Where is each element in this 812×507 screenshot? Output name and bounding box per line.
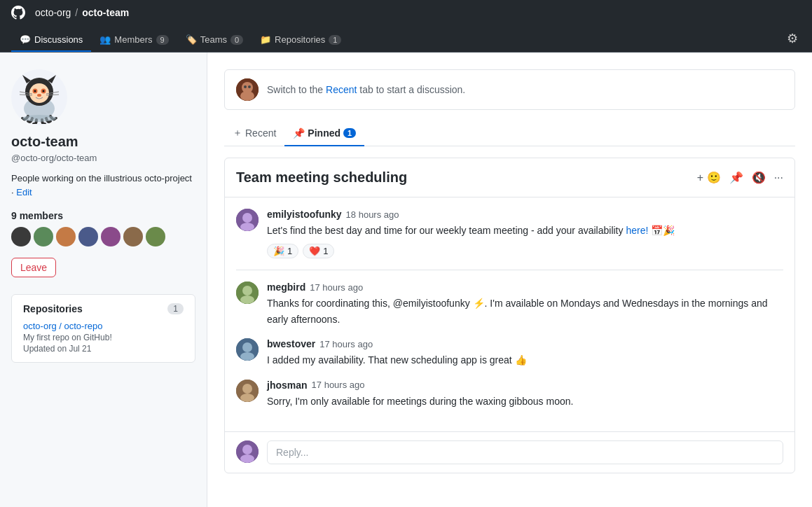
- settings-icon[interactable]: ⚙: [784, 25, 801, 52]
- reply-avatar: [236, 440, 259, 463]
- divider: [236, 270, 783, 270]
- more-options-button[interactable]: ···: [774, 172, 783, 184]
- tab-teams[interactable]: 🏷️ Teams 0: [177, 29, 252, 52]
- svg-point-22: [240, 223, 254, 231]
- comment-1-author: megbird: [267, 282, 305, 293]
- reaction-party[interactable]: 🎉 1: [267, 244, 298, 258]
- svg-point-4: [29, 83, 49, 103]
- discussion-actions: + 🙂 📌 🔇 ···: [697, 171, 783, 184]
- content-area: Switch to the Recent tab to start a disc…: [207, 53, 812, 507]
- sidebar: octo-team @octo-org/octo-team People wor…: [0, 53, 207, 507]
- top-nav: octo-org / octo-team: [0, 0, 812, 25]
- info-banner: Switch to the Recent tab to start a disc…: [224, 69, 795, 110]
- comment-1-time: 17 hours ago: [310, 282, 363, 293]
- tab-discussions-label: Discussions: [34, 34, 83, 45]
- svg-point-8: [43, 90, 45, 92]
- reaction-heart[interactable]: ❤️ 1: [303, 244, 334, 258]
- tab-repositories[interactable]: 📁 Repositories 1: [252, 29, 350, 52]
- team-description: People working on the illustrious octo-p…: [11, 172, 195, 199]
- svg-point-21: [242, 213, 252, 223]
- member-avatar-4[interactable]: [78, 227, 98, 246]
- repositories-icon: 📁: [260, 34, 271, 45]
- tab-bar: 💬 Discussions 👥 Members 9 🏷️ Teams 0 📁 R…: [0, 25, 812, 53]
- discussion-title: Team meeting scheduling: [236, 169, 407, 186]
- repo-link[interactable]: octo-org / octo-repo: [23, 321, 102, 331]
- member-avatars: [11, 227, 195, 246]
- post-author: emilyistoofunky: [267, 209, 342, 220]
- original-post: emilyistoofunky 18 hours ago Let's find …: [236, 209, 783, 258]
- repo-updated: Updated on Jul 21: [23, 344, 184, 354]
- mute-button[interactable]: 🔇: [752, 171, 766, 184]
- svg-point-25: [240, 296, 254, 304]
- repos-card-title: Repositories: [23, 303, 83, 314]
- comment-2-text: I added my availability. That new schedu…: [267, 352, 527, 368]
- comment-3: jhosman 17 hours ago Sorry, I'm only ava…: [236, 380, 783, 409]
- post-text: Let's find the best day and time for our…: [267, 223, 675, 238]
- tab-teams-label: Teams: [200, 34, 227, 45]
- repositories-card: Repositories 1 octo-org / octo-repo My f…: [11, 294, 195, 363]
- svg-point-7: [34, 90, 36, 92]
- edit-link[interactable]: Edit: [16, 187, 32, 197]
- repos-card-count: 1: [167, 303, 184, 314]
- team-breadcrumb-link[interactable]: octo-team: [82, 7, 129, 18]
- members-section: 9 members: [11, 210, 195, 246]
- svg-point-33: [242, 445, 252, 454]
- pin-button[interactable]: 📌: [729, 171, 743, 184]
- team-handle: @octo-org/octo-team: [11, 153, 195, 163]
- pinned-badge: 1: [343, 128, 356, 138]
- recent-plus-icon: ＋: [233, 127, 242, 139]
- post-meta: emilyistoofunky 18 hours ago: [267, 209, 675, 220]
- github-logo-icon: [11, 6, 25, 20]
- member-avatar-2[interactable]: [34, 227, 53, 246]
- team-name: octo-team: [11, 134, 195, 150]
- svg-point-9: [37, 94, 41, 97]
- tab-members[interactable]: 👥 Members 9: [91, 29, 177, 52]
- breadcrumb-sep: /: [75, 7, 78, 18]
- svg-point-34: [240, 454, 254, 463]
- comment-2-time: 17 hours ago: [319, 339, 373, 349]
- svg-point-18: [248, 85, 251, 88]
- comment-2: bwestover 17 hours ago I added my availa…: [236, 338, 783, 368]
- comment-3-author: jhosman: [267, 380, 308, 391]
- svg-point-14: [22, 115, 56, 122]
- comment-2-avatar: [236, 338, 259, 361]
- member-avatar-6[interactable]: [123, 227, 143, 246]
- members-badge: 9: [156, 35, 169, 45]
- svg-point-24: [242, 286, 252, 296]
- leave-button[interactable]: Leave: [11, 258, 56, 277]
- main-layout: octo-team @octo-org/octo-team People wor…: [0, 53, 812, 507]
- org-link[interactable]: octo-org: [35, 7, 71, 18]
- sub-tab-pinned-label: Pinned: [308, 127, 340, 139]
- post-time: 18 hours ago: [346, 209, 399, 220]
- discussion-card: Team meeting scheduling + 🙂 📌 🔇 ···: [224, 158, 795, 473]
- recent-tab-link[interactable]: Recent: [326, 84, 357, 95]
- member-avatar-3[interactable]: [56, 227, 76, 246]
- tab-repositories-label: Repositories: [275, 34, 325, 45]
- info-avatar: [236, 78, 259, 101]
- member-avatar-5[interactable]: [101, 227, 121, 246]
- discussion-body: emilyistoofunky 18 hours ago Let's find …: [225, 197, 794, 431]
- comment-2-author: bwestover: [267, 338, 315, 349]
- comment-1: megbird 17 hours ago Thanks for coordina…: [236, 282, 783, 327]
- emoji-react-button[interactable]: + 🙂: [697, 171, 721, 184]
- reply-input[interactable]: Reply...: [267, 440, 783, 464]
- discussion-header: Team meeting scheduling + 🙂 📌 🔇 ···: [225, 158, 794, 197]
- svg-point-27: [242, 342, 252, 352]
- svg-point-17: [244, 85, 247, 88]
- post-author-avatar: [236, 209, 259, 231]
- member-avatar-1[interactable]: [11, 227, 31, 246]
- svg-point-19: [240, 91, 254, 101]
- comment-3-time: 17 hours ago: [312, 380, 365, 390]
- comment-1-text: Thanks for coordinating this, @emilyisto…: [267, 296, 783, 327]
- repositories-badge: 1: [329, 35, 341, 45]
- availability-link[interactable]: here!: [626, 225, 648, 236]
- members-icon: 👥: [99, 34, 111, 45]
- svg-point-30: [242, 384, 252, 394]
- member-avatar-7[interactable]: [146, 227, 165, 246]
- sub-tab-pinned[interactable]: 📌 Pinned 1: [284, 121, 364, 146]
- members-label: 9 members: [11, 210, 195, 221]
- info-banner-text: Switch to the Recent tab to start a disc…: [267, 84, 465, 95]
- sub-tab-recent[interactable]: ＋ Recent: [224, 121, 284, 146]
- sub-tabs: ＋ Recent 📌 Pinned 1: [224, 121, 795, 146]
- tab-discussions[interactable]: 💬 Discussions: [11, 29, 91, 52]
